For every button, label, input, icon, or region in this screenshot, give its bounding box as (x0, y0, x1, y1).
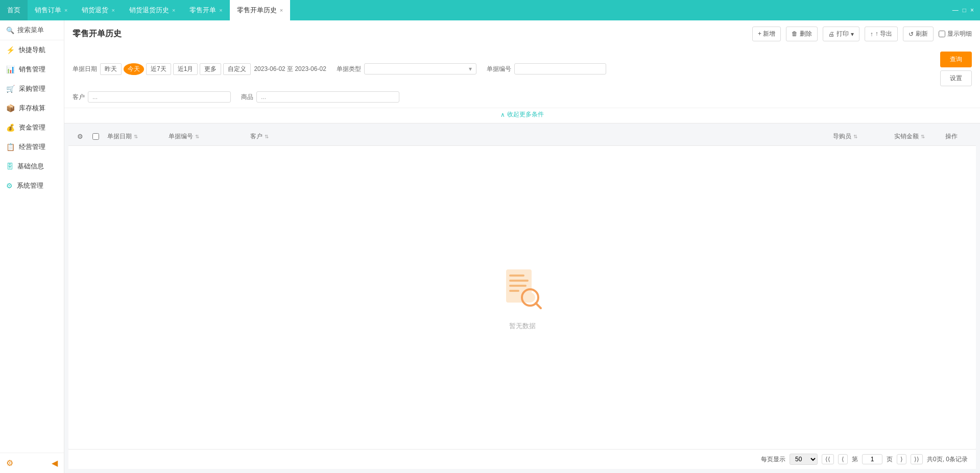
sidebar-label-5: 经营管理 (19, 142, 45, 152)
date-btn-近1月[interactable]: 近1月 (173, 63, 198, 75)
sidebar-icon-0: ⚡ (6, 46, 15, 54)
sidebar-collapse-icon[interactable]: ◀ (52, 458, 58, 468)
sidebar-item-3[interactable]: 📦 库存核算 (0, 98, 64, 118)
type-select-arrow: ▾ (469, 65, 472, 72)
sidebar-item-1[interactable]: 📊 销售管理 (0, 60, 64, 79)
next-page-button[interactable]: ⟩ (897, 454, 906, 464)
date-filter-label: 单据日期 (73, 65, 97, 73)
tab-close-icon[interactable]: × (64, 7, 67, 13)
prev-page-button[interactable]: ⟨ (838, 454, 848, 464)
date-btn-昨天[interactable]: 昨天 (100, 63, 122, 75)
total-label: 共0页, 0条记录 (927, 455, 968, 464)
settings-button[interactable]: 设置 (940, 70, 972, 86)
goods-filter-label: 商品 (241, 93, 253, 102)
tab-close-icon[interactable]: × (111, 7, 114, 13)
page-input[interactable] (862, 454, 882, 464)
customer-filter-label: 客户 (73, 93, 85, 102)
table-select-all[interactable] (88, 133, 103, 140)
goods-select-value: ... (261, 93, 266, 101)
refresh-button[interactable]: ↺ 刷新 (903, 27, 934, 41)
per-page-label: 每页显示 (761, 455, 785, 464)
date-btn-自定义[interactable]: 自定义 (223, 63, 251, 75)
col-date[interactable]: 单据日期 ⇅ (103, 132, 164, 141)
collapse-label: 收起更多条件 (507, 110, 544, 119)
restore-button[interactable]: □ (963, 7, 966, 14)
col-guide-label: 导购员 (833, 132, 851, 141)
toolbar: + 新增 🗑 删除 🖨 打印 ▾ ↑ ↑ 导出 ↺ 刷新 (752, 27, 972, 41)
tab-label: 销货退货 (82, 6, 108, 15)
tab-close-icon[interactable]: × (172, 7, 175, 13)
tab-零售开单[interactable]: 零售开单× (182, 0, 229, 20)
number-filter-label: 单据编号 (487, 65, 511, 73)
sidebar-item-7[interactable]: ⚙ 系统管理 (0, 176, 64, 195)
print-button[interactable]: 🖨 打印 ▾ (823, 27, 859, 41)
sidebar-icon-2: 🛒 (6, 85, 15, 93)
number-input[interactable] (519, 65, 602, 72)
page-label: 页 (887, 455, 893, 464)
number-input-wrap[interactable] (514, 63, 606, 74)
sidebar-settings-icon[interactable]: ⚙ (6, 458, 13, 468)
tab-零售开单历史[interactable]: 零售开单历史× (230, 0, 290, 20)
col-amount-label: 实销金额 (894, 132, 919, 141)
collapse-button[interactable]: ∧ 收起更多条件 (500, 108, 544, 123)
tab-销货退货历史[interactable]: 销货退货历史× (122, 0, 182, 20)
col-amount-sort: ⇅ (921, 134, 925, 139)
minimize-button[interactable]: — (952, 7, 959, 14)
date-buttons: 昨天今天近7天近1月更多自定义 (100, 63, 251, 75)
tab-close-icon[interactable]: × (280, 7, 283, 13)
svg-rect-4 (509, 290, 519, 292)
sidebar-item-6[interactable]: 🗄 基础信息 (0, 157, 64, 176)
delete-button[interactable]: 🗑 删除 (786, 27, 817, 41)
sidebar-label-1: 销售管理 (19, 65, 45, 74)
tab-销售订单[interactable]: 销售订单× (28, 0, 75, 20)
table-settings-icon[interactable]: ⚙ (73, 133, 88, 140)
col-customer-sort: ⇅ (265, 134, 269, 139)
query-button[interactable]: 查询 (940, 52, 972, 67)
filter-row-2: 客户 ... 商品 ... (73, 91, 972, 103)
type-select[interactable]: ▾ (364, 63, 476, 74)
display-detail-input[interactable] (939, 31, 945, 37)
table-header: ⚙ 单据日期 ⇅ 单据编号 ⇅ 客户 ⇅ 导购员 ⇅ (68, 128, 976, 146)
last-page-button[interactable]: ⟩⟩ (911, 454, 923, 464)
pagination-bar: 每页显示 50 10 20 100 ⟨⟨ ⟨ 第 页 ⟩ ⟩⟩ 共0页, 0条记… (68, 449, 976, 469)
first-page-button[interactable]: ⟨⟨ (822, 454, 834, 464)
customer-select[interactable]: ... (88, 91, 231, 103)
display-detail-checkbox[interactable]: 显示明细 (939, 30, 972, 38)
export-button[interactable]: ↑ ↑ 导出 (865, 27, 898, 41)
sidebar-item-5[interactable]: 📋 经营管理 (0, 137, 64, 157)
sidebar-icon-7: ⚙ (6, 182, 13, 190)
tab-label: 零售开单历史 (237, 6, 277, 15)
tab-首页[interactable]: 首页 (0, 0, 28, 20)
col-guide[interactable]: 导购员 ⇅ (829, 132, 890, 141)
print-arrow: ▾ (851, 31, 854, 38)
page-word: 第 (852, 455, 858, 464)
content-area: 零售开单历史 + 新增 🗑 删除 🖨 打印 ▾ ↑ ↑ 导出 ↺ (64, 20, 980, 473)
date-btn-近7天[interactable]: 近7天 (146, 63, 171, 75)
col-customer[interactable]: 客户 ⇅ (246, 132, 829, 141)
sidebar-search-label: 搜索菜单 (17, 26, 44, 35)
type-filter-label: 单据类型 (337, 65, 361, 73)
filter-area: 单据日期 昨天今天近7天近1月更多自定义2023-06-02 至 2023-06… (73, 46, 972, 123)
per-page-select[interactable]: 50 10 20 100 (790, 454, 818, 465)
close-button[interactable]: × (970, 7, 974, 14)
page-title: 零售开单历史 (73, 29, 122, 39)
tab-close-icon[interactable]: × (219, 7, 222, 13)
sidebar-item-0[interactable]: ⚡ 快捷导航 (0, 40, 64, 60)
sidebar-search[interactable]: 🔍 搜索菜单 (0, 20, 64, 40)
col-number[interactable]: 单据编号 ⇅ (164, 132, 246, 141)
select-all-checkbox[interactable] (92, 133, 99, 140)
sidebar-item-4[interactable]: 💰 资金管理 (0, 118, 64, 137)
tab-label: 销货退货历史 (129, 6, 169, 15)
sidebar-label-2: 采购管理 (19, 84, 45, 93)
date-btn-更多[interactable]: 更多 (200, 63, 221, 75)
sidebar-icon-5: 📋 (6, 143, 15, 151)
page-header-top: 零售开单历史 + 新增 🗑 删除 🖨 打印 ▾ ↑ ↑ 导出 ↺ (73, 27, 972, 41)
date-btn-今天[interactable]: 今天 (124, 63, 144, 75)
sidebar-item-2[interactable]: 🛒 采购管理 (0, 79, 64, 98)
col-amount[interactable]: 实销金额 ⇅ (890, 132, 941, 141)
sidebar-label-4: 资金管理 (19, 123, 45, 132)
empty-illustration (497, 264, 548, 315)
goods-select[interactable]: ... (256, 91, 399, 103)
add-button[interactable]: + 新增 (752, 27, 781, 41)
tab-销货退货[interactable]: 销货退货× (75, 0, 122, 20)
